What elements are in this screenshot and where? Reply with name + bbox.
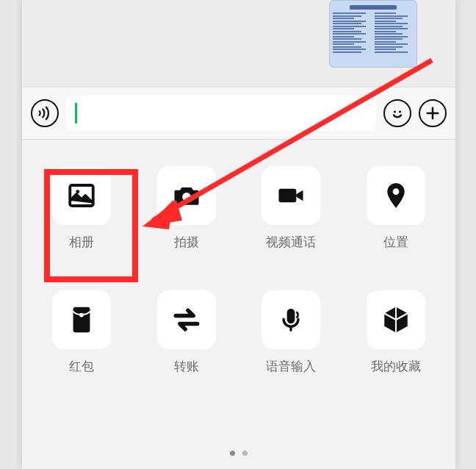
video-icon bbox=[275, 179, 307, 212]
location-icon bbox=[381, 181, 411, 210]
text-caret bbox=[75, 103, 77, 123]
svg-point-3 bbox=[76, 190, 80, 193]
panel-item-label: 红包 bbox=[69, 358, 94, 375]
panel-item-label: 位置 bbox=[383, 234, 408, 251]
panel-item-label: 语音输入 bbox=[266, 358, 316, 375]
panel-item-label: 相册 bbox=[69, 234, 94, 251]
panel-item-label: 转账 bbox=[174, 358, 199, 375]
cube-icon bbox=[381, 304, 411, 335]
svg-point-6 bbox=[392, 188, 399, 195]
more-button[interactable] bbox=[419, 99, 447, 127]
panel-item-favorites[interactable]: 我的收藏 bbox=[354, 290, 439, 375]
chat-area bbox=[22, 0, 455, 87]
panel-item-album[interactable]: 相册 bbox=[40, 166, 124, 251]
plus-icon bbox=[425, 105, 441, 121]
svg-rect-5 bbox=[279, 189, 297, 202]
smiley-icon bbox=[389, 104, 406, 122]
panel-item-location[interactable]: 位置 bbox=[354, 166, 439, 251]
svg-point-0 bbox=[394, 110, 396, 112]
panel-item-label: 视频通话 bbox=[266, 234, 316, 251]
page-indicator bbox=[22, 451, 455, 456]
svg-rect-7 bbox=[73, 307, 90, 332]
svg-point-1 bbox=[399, 110, 401, 112]
page-dot[interactable] bbox=[242, 451, 248, 456]
sound-wave-icon bbox=[37, 105, 53, 121]
panel-item-video-call[interactable]: 视频通话 bbox=[249, 166, 333, 251]
svg-point-4 bbox=[182, 193, 191, 201]
panel-item-voice-input[interactable]: 语音输入 bbox=[249, 290, 333, 375]
panel-item-shoot[interactable]: 拍摄 bbox=[145, 166, 229, 251]
panel-item-label: 我的收藏 bbox=[371, 358, 421, 375]
transfer-icon bbox=[170, 304, 203, 336]
voice-toggle-button[interactable] bbox=[31, 99, 59, 127]
page-dot[interactable] bbox=[230, 451, 235, 456]
gallery-icon bbox=[66, 180, 97, 211]
emoji-button[interactable] bbox=[383, 99, 411, 127]
red-packet-icon bbox=[68, 305, 95, 334]
input-bar bbox=[22, 87, 455, 140]
panel-item-red-packet[interactable]: 红包 bbox=[40, 290, 124, 375]
panel-item-label: 拍摄 bbox=[174, 234, 199, 251]
message-input[interactable] bbox=[66, 96, 376, 131]
panel-item-transfer[interactable]: 转账 bbox=[145, 290, 229, 375]
chat-message-image[interactable] bbox=[329, 0, 417, 68]
mic-icon bbox=[276, 305, 306, 334]
attach-panel: 相册 拍摄 视频通话 bbox=[22, 140, 455, 469]
camera-icon bbox=[170, 179, 203, 212]
svg-point-8 bbox=[79, 313, 84, 318]
